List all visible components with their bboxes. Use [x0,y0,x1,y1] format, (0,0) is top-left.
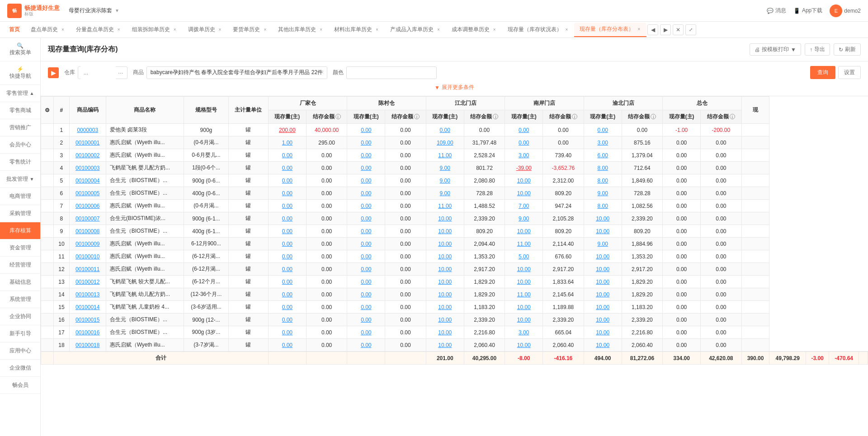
sidebar-item-finance[interactable]: 资金管理 [0,239,40,257]
table-cell[interactable]: 0.00 [347,238,385,250]
sidebar-item-wholesale[interactable]: 批发管理 ▼ [0,171,40,188]
table-cell[interactable]: 0.00 [505,124,543,136]
table-cell[interactable]: 00100007 [69,212,106,225]
sidebar-item-retail-stats[interactable]: 零售统计 [0,154,40,171]
table-cell[interactable]: 0.00 [268,187,306,200]
sidebar-item-ecommerce[interactable]: 电商管理 [0,188,40,205]
table-cell[interactable]: 0.00 [347,124,385,136]
export-btn[interactable]: ↑ 导出 [805,43,830,56]
table-cell[interactable]: 0.00 [268,174,306,187]
table-cell[interactable]: 10.00 [584,288,622,301]
table-cell[interactable]: 0.00 [347,162,385,174]
product-input[interactable] [146,66,327,79]
table-cell[interactable]: 00100009 [69,238,106,250]
sidebar-item-guide[interactable]: 新手引导 [0,325,40,342]
table-cell[interactable]: 9.00 [426,162,464,174]
message-btn[interactable]: 💬 消息 [767,7,786,14]
table-cell[interactable]: 10.00 [505,225,543,238]
table-cell[interactable]: 0.00 [347,314,385,326]
filter-expand-btn[interactable]: ▼ 展开更多条件 [434,84,474,91]
table-cell[interactable]: 10.00 [584,250,622,263]
table-cell[interactable]: 00100012 [69,276,106,288]
table-cell[interactable]: 10.00 [505,174,543,187]
table-cell[interactable]: 0.00 [268,326,306,339]
table-cell[interactable]: 0.00 [268,212,306,225]
table-cell[interactable]: 0.00 [347,136,385,149]
na-amt-info[interactable]: i [572,114,577,119]
table-cell[interactable]: 0.00 [268,301,306,314]
table-cell[interactable]: 00100018 [69,339,106,352]
sidebar-item-quick-nav[interactable]: ⚡ 快捷导航 [0,61,40,85]
table-cell[interactable]: 00100011 [69,263,106,276]
sidebar-item-member[interactable]: 会员中心 [0,136,40,154]
sidebar-item-purchase[interactable]: 采购管理 [0,205,40,222]
tab-yao-huo[interactable]: 要货单历史 × [227,23,273,37]
table-cell[interactable]: 0.00 [347,263,385,276]
table-cell[interactable]: 0.00 [347,250,385,263]
table-cell[interactable]: 0000003 [69,124,106,136]
table-cell[interactable]: 0.00 [347,326,385,339]
tab-pan-dan[interactable]: 盘点单历史 × [25,23,71,37]
tab-cai-liao[interactable]: 材料出库单历史 × [329,23,385,37]
table-cell[interactable]: 00100005 [69,187,106,200]
warehouse-input[interactable] [80,66,116,79]
table-cell[interactable]: 10.00 [426,276,464,288]
tab-nav-next[interactable]: ▶ [660,24,671,35]
table-cell[interactable]: 8.00 [584,174,622,187]
sidebar-item-app-center[interactable]: 应用中心 [0,342,40,360]
table-cell[interactable]: 10.00 [584,326,622,339]
table-cell[interactable]: 00100003 [69,162,106,174]
color-input[interactable] [346,66,437,79]
table-cell[interactable]: 10.00 [426,263,464,276]
sidebar-item-marketing[interactable]: 营销推广 [0,119,40,136]
sidebar-item-retail-mgmt[interactable]: 零售管理 ▲ [0,85,40,102]
sidebar-item-members[interactable]: 畅会员 [0,377,40,394]
table-cell[interactable]: 9.00 [426,187,464,200]
table-cell[interactable]: 0.00 [268,200,306,212]
table-cell[interactable]: 0.00 [347,174,385,187]
table-cell[interactable]: 200.00 [268,124,306,136]
table-cell[interactable]: 7.00 [505,200,543,212]
table-cell[interactable]: 0.00 [347,149,385,162]
table-cell[interactable]: 10.00 [426,339,464,352]
table-cell[interactable]: 10.00 [584,314,622,326]
table-cell[interactable]: 10.00 [505,187,543,200]
warehouse-more-btn[interactable]: ··· [116,69,125,76]
warehouse-input-container[interactable]: ··· [78,66,127,79]
setting-btn[interactable]: 设置 [838,66,861,79]
c-amt-info[interactable]: i [414,114,420,119]
table-cell[interactable]: 00100002 [69,149,106,162]
table-cell[interactable]: 10.00 [426,301,464,314]
tab-zu-he[interactable]: 组装拆卸单历史 × [127,23,183,37]
table-cell[interactable]: 00100016 [69,326,106,339]
table-cell[interactable]: 10.00 [426,288,464,301]
table-cell[interactable]: 0.00 [347,187,385,200]
table-cell[interactable]: 11.00 [426,149,464,162]
gear-icon[interactable]: ⚙ [45,107,50,113]
tab-xian-cun-ku[interactable]: 现存量（库存状况表） × [502,23,575,37]
table-cell[interactable]: 11.00 [426,200,464,212]
table-cell[interactable]: 6.00 [584,149,622,162]
table-cell[interactable]: 00100015 [69,314,106,326]
tab-fen-lei-close[interactable]: × [117,27,121,33]
table-cell[interactable]: 0.00 [268,314,306,326]
table-cell[interactable]: 10.00 [505,263,543,276]
tab-expand[interactable]: ⤢ [685,24,696,35]
table-cell[interactable]: 10.00 [584,263,622,276]
table-cell[interactable]: 9.00 [426,174,464,187]
tab-cai-liao-close[interactable]: × [375,27,379,33]
sidebar-item-inventory[interactable]: 库存核算 [0,222,40,239]
table-cell[interactable]: 10.00 [584,212,622,225]
table-cell[interactable]: 109.00 [426,136,464,149]
tab-xian-cun-fen-close[interactable]: × [637,26,641,32]
tab-yao-huo-close[interactable]: × [263,27,267,33]
tab-cheng-ben-close[interactable]: × [492,27,497,33]
table-cell[interactable]: 10.00 [426,326,464,339]
table-cell[interactable]: 8.00 [584,200,622,212]
tab-qi-ta-chu[interactable]: 其他出库单历史 × [273,23,329,37]
table-cell[interactable]: 10.00 [505,301,543,314]
table-cell[interactable]: 0.00 [347,301,385,314]
app-download-btn[interactable]: 📱 App下载 [793,7,822,14]
tab-chan-pin-close[interactable]: × [436,27,441,33]
table-cell[interactable]: 10.00 [584,276,622,288]
